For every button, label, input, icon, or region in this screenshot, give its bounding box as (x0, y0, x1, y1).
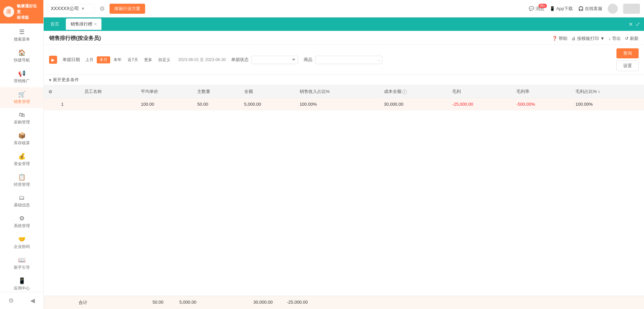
system-icon: ⚙ (19, 215, 25, 222)
user-avatar[interactable] (608, 4, 618, 14)
export-icon: ↓ (609, 36, 611, 41)
app-download-btn[interactable]: 📱 App下载 (550, 6, 573, 12)
apps-icon: 📱 (18, 277, 26, 285)
basic-icon: 🗂 (19, 194, 25, 201)
col-gross: 毛利 (448, 85, 512, 98)
filter-expand-arrow[interactable]: ▶ (49, 56, 57, 64)
sidebar-item-apps[interactable]: 📱 应用中心 (0, 274, 43, 292)
sidebar-item-guide-label: 新手引导 (14, 265, 30, 270)
tab-restore-btn[interactable]: ⤢ (636, 21, 640, 28)
message-icon: 💬 (529, 6, 534, 11)
message-btn[interactable]: 💬 消息 99+ (529, 6, 544, 12)
table-header-row: ⚙ 员工名称 平均单价 主数量 全额 销售收入占比% 成本全额i 毛利 (44, 85, 644, 98)
tab-close-all-btn[interactable]: ✕ (629, 21, 633, 28)
company-dropdown-arrow: ▼ (81, 6, 85, 11)
company-selector[interactable]: XXXXXX公司 ▼ (48, 4, 95, 13)
sidebar-item-operations-label: 经营管理 (14, 182, 30, 188)
sidebar-item-purchase-label: 采购管理 (14, 119, 30, 125)
goods-more-btn[interactable]: ... (377, 57, 380, 62)
tab-close-btn[interactable]: × (94, 22, 97, 27)
topbar: XXXXXX公司 ▼ ⚙ 体验行业方案 💬 消息 99+ 📱 App下载 🎧 在… (44, 0, 644, 17)
sidebar-item-quick-nav[interactable]: 🏠 快捷导航 (0, 46, 43, 66)
template-print-btn[interactable]: 🖨 按模板打印 ▼ (571, 36, 605, 42)
date-pill-last-month[interactable]: 上月 (83, 56, 96, 63)
tab-sales-ranking-label: 销售排行榜 (71, 21, 92, 27)
sidebar-item-guide[interactable]: 📖 新手引导 (0, 253, 43, 274)
help-btn[interactable]: ❓ 帮助 (552, 36, 567, 42)
date-pill-custom[interactable]: 自定义 (156, 56, 173, 63)
goods-filter-input[interactable] (315, 56, 382, 64)
sidebar-collapse-btn[interactable]: ◀ (28, 296, 38, 306)
sidebar-item-finance[interactable]: 💰 资金管理 (0, 149, 43, 170)
sidebar-item-marketing-label: 营销推广 (14, 78, 30, 84)
table-footer: 合计 50.00 5,000.00 30,000.00 -25,000.00 (44, 296, 644, 309)
topbar-settings-icon[interactable]: ⚙ (98, 4, 106, 14)
online-service-label: 在线客服 (585, 6, 602, 12)
sidebar-item-system[interactable]: ⚙ 系统管理 (0, 211, 43, 232)
cell-employee-name (80, 98, 137, 110)
sidebar-item-marketing[interactable]: 📢 营销推广 (0, 66, 43, 87)
date-pills: 上月 本月 本年 近7天 更多 自定义 (83, 56, 173, 63)
date-pill-7days[interactable]: 近7天 (125, 56, 141, 63)
sidebar-item-operations[interactable]: 📋 经营管理 (0, 170, 43, 191)
filter-area: ▶ 单据日期 上月 本月 本年 近7天 更多 自定义 2023-06-01 至 … (44, 45, 644, 75)
topbar-right: 💬 消息 99+ 📱 App下载 🎧 在线客服 (529, 4, 640, 14)
tabbar: 首页 销售排行榜 × ✕ ⤢ (44, 17, 644, 31)
marketing-icon: 📢 (18, 70, 26, 77)
status-filter-label: 单据状态 (231, 57, 249, 63)
footer-amount: 5,000.00 (175, 300, 209, 306)
user-name-area[interactable] (623, 4, 640, 14)
col-gross-pct: 毛利占比%⇅ (571, 85, 644, 98)
expand-more-filters-btn[interactable]: ▾ 展开更多条件 (49, 77, 79, 83)
cell-cost: 30,000.00 (380, 98, 448, 110)
status-filter-select[interactable] (251, 56, 298, 64)
sidebar: 康 畅康通好生意 标准版 ☰ 搜索菜单 🏠 快捷导航 📢 营销推广 🛒 销售管理… (0, 0, 44, 309)
sidebar-item-collab-label: 企业协同 (14, 244, 30, 250)
content-area: 销售排行榜(按业务员) ❓ 帮助 🖨 按模板打印 ▼ ↓ 导出 ↺ 刷新 (44, 31, 644, 309)
date-pill-more[interactable]: 更多 (141, 56, 155, 63)
date-pill-this-year[interactable]: 本年 (111, 56, 124, 63)
cost-info-icon[interactable]: i (402, 90, 407, 94)
finance-icon: 💰 (18, 153, 26, 160)
sidebar-item-inventory[interactable]: 📦 库存核算 (0, 128, 43, 149)
tab-home[interactable]: 首页 (45, 18, 65, 30)
online-service-btn[interactable]: 🎧 在线客服 (578, 6, 602, 12)
cell-gross: -25,000.00 (448, 98, 512, 110)
col-settings[interactable]: ⚙ (44, 85, 57, 98)
trial-button[interactable]: 体验行业方案 (110, 4, 145, 14)
query-button[interactable]: 查询 (616, 48, 639, 58)
footer-main-qty: 50.00 (148, 300, 175, 306)
message-badge: 99+ (539, 4, 547, 8)
col-cost: 成本全额i (380, 85, 448, 98)
sidebar-item-collab[interactable]: 🤝 企业协同 (0, 232, 43, 253)
sidebar-item-sales[interactable]: 🛒 销售管理 (0, 87, 43, 108)
refresh-icon: ↺ (625, 36, 629, 41)
help-label: 帮助 (559, 36, 567, 42)
sidebar-item-basic[interactable]: 🗂 基础信息 (0, 191, 43, 211)
gross-pct-sort-icon[interactable]: ⇅ (598, 90, 600, 94)
cell-gross-pct: 100.00% (571, 98, 644, 110)
tab-sales-ranking[interactable]: 销售排行榜 × (66, 18, 101, 30)
logo-icon: 康 (3, 6, 15, 18)
page-actions: ❓ 帮助 🖨 按模板打印 ▼ ↓ 导出 ↺ 刷新 (552, 36, 639, 42)
sidebar-item-purchase[interactable]: 🛍 采购管理 (0, 108, 43, 128)
export-btn[interactable]: ↓ 导出 (609, 36, 621, 42)
print-dropdown-arrow: ▼ (600, 36, 605, 41)
search-menu-icon: ☰ (19, 28, 25, 36)
cell-main-qty: 50.00 (193, 98, 240, 110)
template-print-label: 按模板打印 (577, 36, 599, 42)
footer-sales-pct (209, 300, 249, 306)
sidebar-settings-btn[interactable]: ⚙ (6, 296, 16, 306)
col-employee-name: 员工名称 (80, 85, 137, 98)
sidebar-item-quick-nav-label: 快捷导航 (14, 57, 30, 63)
company-name: XXXXXX公司 (51, 6, 79, 12)
refresh-btn[interactable]: ↺ 刷新 (625, 36, 639, 42)
cell-gross-rate: -500.00% (512, 98, 571, 110)
home-icon: 🏠 (18, 49, 26, 56)
col-rank (57, 85, 80, 98)
settings-button[interactable]: 设置 (616, 60, 639, 71)
footer-gross: -25,000.00 (283, 300, 316, 306)
date-pill-this-month[interactable]: 本月 (97, 56, 110, 63)
sidebar-item-search[interactable]: ☰ 搜索菜单 (0, 25, 43, 46)
status-filter-group: 单据状态 (231, 56, 298, 64)
